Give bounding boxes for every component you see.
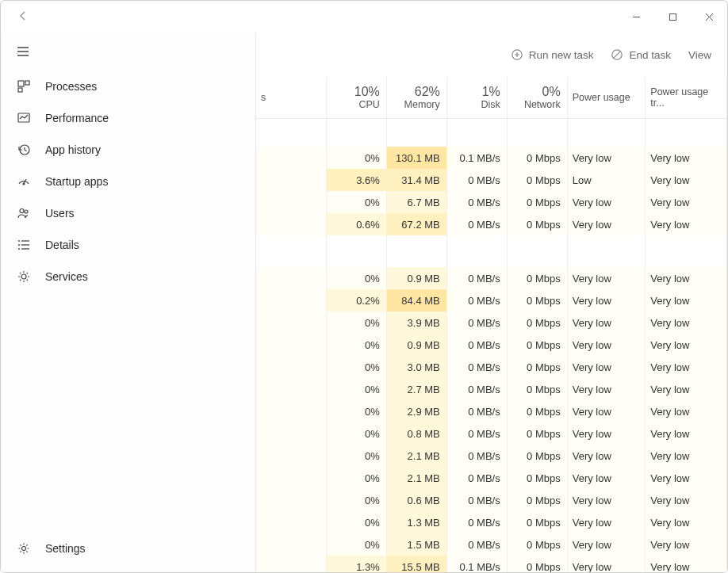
cell-power-usage-trend: Very low [646,169,727,191]
cell-memory: 1.5 MB [386,533,446,556]
view-button[interactable]: View [688,49,711,61]
table-row[interactable]: 0%2.1 MB0 MB/s0 MbpsVery lowVery low [256,467,727,489]
cell-memory: 2.1 MB [386,445,446,467]
table-row[interactable]: 0%6.7 MB0 MB/s0 MbpsVery lowVery low [256,191,727,213]
cell-name [256,489,326,511]
back-button[interactable] [17,10,33,25]
table-row[interactable] [256,235,727,267]
cell-memory: 1.3 MB [386,511,446,533]
cell-memory: 84.4 MB [386,289,446,311]
table-row[interactable]: 3.6%31.4 MB0 MB/s0 MbpsLowVery low [256,169,727,191]
cell-network: 0 Mbps [507,533,567,556]
cell-power-usage-trend: Very low [646,289,727,311]
cell-memory: 2.1 MB [386,467,446,489]
table-row[interactable]: 0%0.8 MB0 MB/s0 MbpsVery lowVery low [256,422,727,445]
col-header-power-usage-trend[interactable]: Power usage tr... [646,77,727,118]
cell-memory: 15.5 MB [386,556,446,572]
cell-power-usage: Very low [567,400,646,422]
col-header-name[interactable]: s [256,77,326,118]
nav-item-details[interactable]: Details [1,229,255,261]
sidebar: Processes Performance App history Startu… [1,32,256,572]
col-header-cpu[interactable]: 10% CPU [326,77,386,118]
cell-power-usage-trend: Very low [646,334,727,356]
cell-power-usage: Very low [567,311,646,334]
cell-disk: 0 MB/s [446,311,507,334]
table-row[interactable]: 0.2%84.4 MB0 MB/s0 MbpsVery lowVery low [256,289,727,311]
cell-name [256,147,326,169]
cell-network: 0 Mbps [507,445,567,467]
cell-disk: 0 MB/s [446,422,507,445]
cell-memory: 3.0 MB [386,356,446,378]
nav-item-performance[interactable]: Performance [1,102,255,134]
cell-power-usage: Very low [567,191,646,213]
svg-point-11 [23,183,25,185]
table-row[interactable]: 0%2.7 MB0 MB/s0 MbpsVery lowVery low [256,378,727,400]
cell-power-usage-trend: Very low [646,445,727,467]
hamburger-button[interactable] [4,36,42,67]
cell-network: 0 Mbps [507,311,567,334]
col-header-power-usage[interactable]: Power usage [567,77,646,118]
cell-cpu: 0% [326,311,386,334]
cell-power-usage: Very low [567,267,646,289]
cell-power-usage-trend: Very low [646,147,727,169]
minimize-button[interactable] [618,4,654,29]
cell-power-usage-trend: Very low [646,213,727,235]
col-header-disk[interactable]: 1% Disk [446,77,507,118]
cell-network: 0 Mbps [507,511,567,533]
plus-circle-icon [511,48,523,61]
table-row[interactable]: 0%3.9 MB0 MB/s0 MbpsVery lowVery low [256,311,727,334]
cell-power-usage: Very low [567,147,646,169]
table-row[interactable]: 0%3.0 MB0 MB/s0 MbpsVery lowVery low [256,356,727,378]
cell-network: 0 Mbps [507,334,567,356]
nav-item-services[interactable]: Services [1,261,255,292]
users-icon [17,206,31,220]
nav-item-app-history[interactable]: App history [1,134,255,166]
nav-item-startup-apps[interactable]: Startup apps [1,166,255,197]
table-row[interactable]: 0%130.1 MB0.1 MB/s0 MbpsVery lowVery low [256,147,727,169]
nav-item-settings[interactable]: Settings [1,533,255,564]
table-row[interactable]: 0%1.3 MB0 MB/s0 MbpsVery lowVery low [256,511,727,533]
cell-memory [386,118,446,147]
nav-item-users[interactable]: Users [1,197,255,229]
nav-item-processes[interactable]: Processes [1,71,255,102]
cell-memory [386,235,446,267]
toolbar-label: View [688,49,711,61]
settings-icon [17,541,31,556]
cell-cpu: 0% [326,356,386,378]
cell-name [256,267,326,289]
close-button[interactable] [691,4,727,29]
run-new-task-button[interactable]: Run new task [511,48,594,61]
table-row[interactable]: 0%2.9 MB0 MB/s0 MbpsVery lowVery low [256,400,727,422]
cell-memory: 130.1 MB [386,147,446,169]
table-row[interactable]: 0%0.6 MB0 MB/s0 MbpsVery lowVery low [256,489,727,511]
cell-network: 0 Mbps [507,556,567,572]
table-row[interactable]: 0%0.9 MB0 MB/s0 MbpsVery lowVery low [256,267,727,289]
cell-power-usage [567,118,646,147]
cell-power-usage-trend [646,235,727,267]
cell-memory: 0.9 MB [386,334,446,356]
col-header-memory[interactable]: 62% Memory [386,77,446,118]
col-header-network[interactable]: 0% Network [507,77,567,118]
cell-power-usage-trend: Very low [646,511,727,533]
cell-disk: 0 MB/s [446,533,507,556]
table-row[interactable]: 0%1.5 MB0 MB/s0 MbpsVery lowVery low [256,533,727,556]
table-row[interactable]: 0%2.1 MB0 MB/s0 MbpsVery lowVery low [256,445,727,467]
table-row[interactable] [256,118,727,147]
performance-icon [17,111,31,125]
cell-cpu: 0% [326,191,386,213]
history-icon [17,143,31,157]
cell-disk: 0 MB/s [446,511,507,533]
svg-rect-1 [669,13,676,20]
cell-power-usage: Very low [567,489,646,511]
cell-disk: 0 MB/s [446,378,507,400]
table-row[interactable]: 0%0.9 MB0 MB/s0 MbpsVery lowVery low [256,334,727,356]
end-task-button[interactable]: End task [611,48,671,61]
cell-power-usage: Very low [567,445,646,467]
table-row[interactable]: 0.6%67.2 MB0 MB/s0 MbpsVery lowVery low [256,213,727,235]
cell-name [256,445,326,467]
cell-network: 0 Mbps [507,169,567,191]
cell-cpu: 1.3% [326,556,386,572]
cell-disk: 0 MB/s [446,191,507,213]
table-row[interactable]: 1.3%15.5 MB0.1 MB/s0 MbpsVery lowVery lo… [256,556,727,572]
maximize-button[interactable] [654,4,691,29]
